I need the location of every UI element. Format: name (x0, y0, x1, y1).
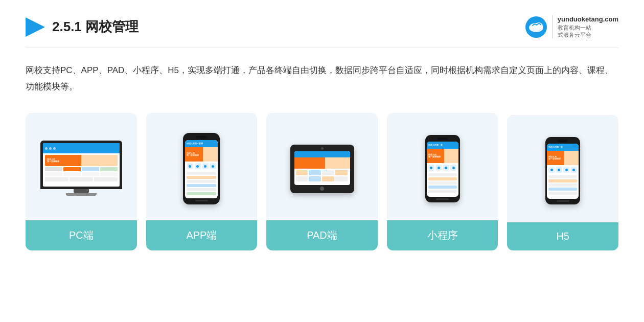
phone-icon-dot-h54 (572, 169, 575, 171)
phone-content-rows-app (185, 171, 218, 196)
pc-screen-inner: 招进人的第一堂课模课 (43, 143, 120, 187)
pc-screen-content: 招进人的第一堂课模课 (43, 143, 120, 187)
phone-hero-h5: 招进人的第一堂课模课 (547, 151, 579, 165)
phone-content-rows-h5 (547, 174, 579, 196)
phone-icon-dot2 (196, 165, 199, 168)
phone-small-mockup-mp: 招进人的第一堂 招进人的第一堂课模课 (425, 135, 460, 202)
tablet-camera (321, 147, 324, 150)
tablet-screen-header (294, 151, 350, 157)
pc-header-dot3 (53, 147, 56, 150)
pc-stand-base (66, 189, 97, 196)
card-miniprogram-label: 小程序 (387, 220, 498, 250)
phone-small-mockup-h5: 招进人的第一堂 招进人的第一堂课模课 (545, 137, 580, 204)
pc-content-blocks: 招进人的第一堂课模课 (43, 153, 120, 183)
pc-screen-outer: 招进人的第一堂课模课 (40, 141, 122, 189)
phone-row-mp3 (428, 181, 457, 185)
tablet-cell1 (296, 170, 308, 175)
pc-block7 (82, 172, 99, 176)
phone-notch-app (196, 136, 206, 139)
pc-block6 (63, 172, 81, 176)
card-app-label: APP端 (146, 220, 258, 250)
cards-row: 招进人的第一堂课模课 (26, 113, 618, 250)
card-h5: 招进人的第一堂 招进人的第一堂课模课 (507, 115, 618, 250)
phone-icon-dot-mp4 (452, 167, 455, 169)
tablet-cell5 (296, 176, 308, 181)
phone-row-mp1 (428, 173, 457, 176)
phone-icon-mp4 (450, 165, 456, 171)
phone-screen-header-h5: 招进人的第一堂 (547, 144, 579, 151)
phone-hero-text-app: 招进人的第一堂课模课 (187, 152, 199, 157)
tablet-cell7 (322, 176, 334, 181)
tablet-cell4 (335, 170, 348, 175)
phone-screen-header-app: 招进人的第一堂课 (185, 140, 218, 147)
pc-block1 (45, 167, 62, 171)
phone-header-text-h5: 招进人的第一堂 (548, 147, 563, 149)
card-pc-image: 招进人的第一堂课模课 (26, 113, 137, 220)
page-header: 2.5.1 网校管理 yunduoketang.com 教育机构一站式服务云平台 (26, 15, 618, 48)
pc-block9 (45, 177, 68, 181)
phone-bottom-h5 (557, 200, 569, 202)
phone-screen-h5: 招进人的第一堂 招进人的第一堂课模课 (547, 144, 579, 199)
phone-hero-text-h5: 招进人的第一堂课模课 (548, 156, 561, 160)
phone-icon2 (195, 163, 201, 169)
phone-row3 (187, 180, 216, 183)
tablet-home-btn (320, 187, 324, 191)
phone-row4 (187, 184, 216, 187)
pc-block11 (94, 177, 118, 181)
phone-mockup-app: 招进人的第一堂课 招进人的第一堂课模课 (183, 133, 220, 204)
page-container: 2.5.1 网校管理 yunduoketang.com 教育机构一站式服务云平台 (0, 0, 644, 322)
tablet-cell6 (309, 176, 321, 181)
page-title: 2.5.1 网校管理 (52, 18, 139, 36)
phone-header-text-mp: 招进人的第一堂 (428, 145, 443, 147)
tablet-grid (294, 169, 350, 183)
phone-icon-dot1 (189, 165, 191, 168)
phone-hero-app: 招进人的第一堂课模课 (185, 147, 218, 162)
phone-row-mp5 (428, 190, 457, 193)
phone-icon-dot-h51 (550, 169, 553, 171)
logo-area: yunduoketang.com 教育机构一站式服务云平台 (525, 15, 618, 38)
phone-row-h55 (548, 192, 577, 195)
pc-header-dot1 (45, 147, 48, 150)
tablet-cell8 (335, 176, 348, 181)
pc-content-row1 (45, 167, 118, 171)
phone-icon-mp2 (435, 165, 442, 171)
phone-notch-h5 (558, 140, 568, 142)
phone-screen-app: 招进人的第一堂课 招进人的第一堂课模课 (185, 140, 218, 198)
card-pad: PAD端 (266, 113, 378, 250)
card-pad-label: PAD端 (266, 220, 378, 250)
phone-bottom-app (195, 200, 208, 201)
phone-icon-dot-mp3 (445, 167, 447, 169)
phone-icon4 (210, 163, 216, 169)
phone-icon-dot-mp2 (438, 167, 440, 169)
phone-icon1 (187, 163, 193, 169)
phone-row5 (187, 188, 216, 191)
phone-row2 (187, 176, 216, 179)
phone-row-mp4 (428, 186, 457, 189)
phone-icon-mp3 (443, 165, 449, 171)
phone-row-h54 (548, 188, 577, 191)
description-text: 网校支持PC、APP、PAD、小程序、H5，实现多端打通，产品各终端自由切换，数… (26, 62, 618, 95)
phone-icon-h52 (556, 167, 562, 173)
phone-notch-mp (438, 137, 448, 140)
logo-text-area: yunduoketang.com 教育机构一站式服务云平台 (552, 15, 618, 38)
logo-icon (525, 16, 547, 38)
pc-hero-image (102, 156, 112, 165)
logo-tagline: 教育机构一站式服务云平台 (558, 24, 591, 39)
pc-content-row3 (45, 177, 118, 181)
pc-block4 (100, 167, 118, 171)
phone-icon-h53 (563, 167, 569, 173)
pc-content-hero: 招进人的第一堂课模课 (45, 155, 118, 166)
pc-block10 (70, 177, 93, 181)
card-pc: 招进人的第一堂课模课 (26, 113, 137, 250)
pc-mockup: 招进人的第一堂课模课 (40, 141, 122, 197)
pc-base (66, 193, 97, 196)
phone-icon-dot-mp1 (430, 167, 432, 169)
phone-hero-text-mp: 招进人的第一堂课模课 (428, 154, 441, 158)
phone-row-mp2 (428, 177, 457, 180)
card-app: 招进人的第一堂课 招进人的第一堂课模课 (146, 113, 258, 250)
card-pad-image (266, 113, 378, 220)
phone-icon3 (202, 163, 209, 169)
phone-icon-dot-h53 (565, 169, 568, 171)
phone-bottom-mp (436, 198, 449, 200)
cloud-logo-svg (525, 16, 547, 38)
